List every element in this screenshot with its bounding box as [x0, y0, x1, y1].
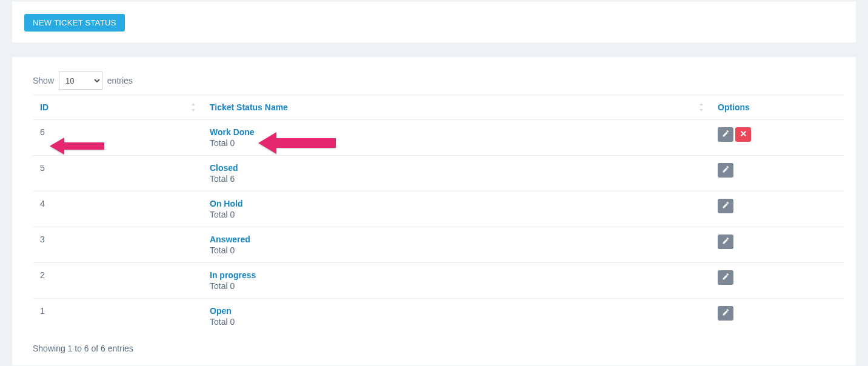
status-total: Total 6 [210, 174, 706, 184]
cell-name: In progressTotal 0 [202, 263, 710, 299]
status-name-link[interactable]: Answered [210, 235, 250, 244]
cell-options [710, 120, 844, 156]
edit-button[interactable] [718, 270, 733, 285]
status-name-link[interactable]: Closed [210, 163, 238, 173]
cell-id: 5 [33, 156, 202, 191]
table-row: 6Work DoneTotal 0 [33, 120, 844, 156]
ticket-status-table: ID Ticket Status Name Options 6Work Done… [33, 95, 844, 334]
close-icon [739, 130, 747, 139]
cell-options [710, 191, 844, 227]
edit-icon [722, 165, 730, 175]
table-row: 3AnsweredTotal 0 [33, 227, 844, 263]
table-row: 1OpenTotal 0 [33, 299, 844, 334]
edit-icon [722, 201, 730, 211]
edit-button[interactable] [718, 127, 733, 142]
cell-name: AnsweredTotal 0 [202, 227, 710, 263]
table-row: 5ClosedTotal 6 [33, 156, 844, 191]
column-header-name[interactable]: Ticket Status Name [202, 95, 710, 120]
cell-id: 4 [33, 191, 202, 227]
cell-options [710, 227, 844, 263]
delete-button[interactable] [735, 127, 751, 142]
status-name-link[interactable]: On Hold [210, 199, 242, 208]
table-row: 4On HoldTotal 0 [33, 191, 844, 227]
edit-button[interactable] [718, 306, 733, 321]
show-label: Show [33, 76, 54, 85]
column-header-name-label: Ticket Status Name [210, 102, 288, 112]
cell-id: 3 [33, 227, 202, 263]
cell-name: ClosedTotal 6 [202, 156, 710, 191]
length-control: Show 102550100 entries [33, 72, 844, 90]
header-panel: NEW TICKET STATUS [12, 0, 856, 42]
cell-options [710, 299, 844, 334]
edit-icon [722, 273, 730, 282]
length-select[interactable]: 102550100 [59, 72, 102, 90]
main-panel: Show 102550100 entries ID Ticket Status … [12, 57, 856, 365]
cell-name: OpenTotal 0 [202, 299, 710, 334]
sort-icon [697, 102, 706, 112]
cell-id: 2 [33, 263, 202, 299]
column-header-id-label: ID [40, 102, 48, 112]
table-row: 2In progressTotal 0 [33, 263, 844, 299]
cell-options [710, 263, 844, 299]
table-info: Showing 1 to 6 of 6 entries [33, 344, 844, 353]
cell-name: On HoldTotal 0 [202, 191, 710, 227]
status-total: Total 0 [210, 245, 706, 255]
status-total: Total 0 [210, 317, 706, 327]
status-total: Total 0 [210, 281, 706, 291]
edit-button[interactable] [718, 199, 733, 213]
edit-button[interactable] [718, 163, 733, 178]
entries-label: entries [107, 76, 133, 85]
edit-button[interactable] [718, 235, 733, 249]
column-header-options-label: Options [718, 102, 750, 112]
status-name-link[interactable]: In progress [210, 270, 256, 280]
sort-icon [189, 102, 198, 112]
cell-name: Work DoneTotal 0 [202, 120, 710, 156]
column-header-options: Options [710, 95, 844, 120]
new-ticket-status-button[interactable]: NEW TICKET STATUS [24, 14, 125, 32]
edit-icon [722, 130, 730, 139]
status-name-link[interactable]: Work Done [210, 127, 255, 137]
status-total: Total 0 [210, 138, 706, 148]
edit-icon [722, 308, 730, 318]
cell-options [710, 156, 844, 191]
cell-id: 6 [33, 120, 202, 156]
cell-id: 1 [33, 299, 202, 334]
status-name-link[interactable]: Open [210, 306, 232, 316]
column-header-id[interactable]: ID [33, 95, 202, 120]
status-total: Total 0 [210, 210, 706, 219]
edit-icon [722, 237, 730, 247]
